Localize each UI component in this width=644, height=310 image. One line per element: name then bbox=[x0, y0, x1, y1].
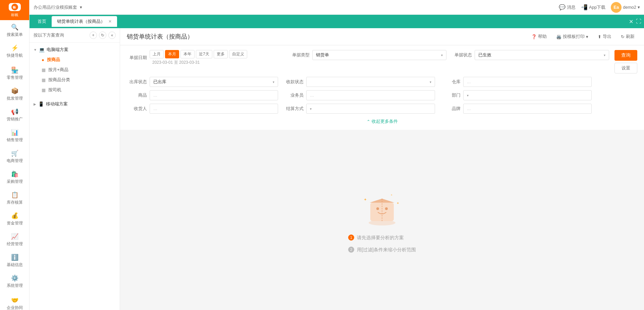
tree-item-by-cashier[interactable]: ▦ 按司机 bbox=[30, 85, 120, 95]
date-btn-custom[interactable]: 自定义 bbox=[229, 50, 247, 58]
help-btn[interactable]: ❓ 帮助 bbox=[529, 32, 549, 41]
sales-report-tab-label: 销货单统计表（按商品） bbox=[57, 18, 105, 24]
salesperson-dots-icon: … bbox=[310, 93, 314, 98]
department-label: 部门 bbox=[440, 92, 461, 98]
payment-method-label: 结算方式 bbox=[283, 106, 304, 112]
industry-arrow[interactable]: ▾ bbox=[80, 5, 82, 10]
sidebar-item-label: 销售管理 bbox=[7, 137, 23, 143]
sidebar-item-search[interactable]: 🔍 搜索菜单 bbox=[0, 20, 29, 41]
date-filter-field: 单据日期 上月 本月 本年 近7天 更多 自定义 2023-03-01 至 20… bbox=[127, 50, 284, 65]
doc-type-input[interactable]: 销货单 ▾ bbox=[312, 50, 447, 60]
message-icon: 💬 bbox=[559, 4, 566, 10]
sidebar-item-quick-nav[interactable]: ⚡ 快捷导航 bbox=[0, 41, 29, 62]
topbar: 办公用品行业模拟账套 ▾ 💬 消息 📲 App下载 Ea demo2 ▾ bbox=[30, 0, 644, 15]
storage-input[interactable]: … bbox=[463, 77, 592, 87]
operation-icon: 📈 bbox=[11, 233, 18, 240]
by-category-icon: ▦ bbox=[42, 78, 46, 83]
sidebar-item-inventory[interactable]: 📋 库存核算 bbox=[0, 188, 29, 209]
refresh-scheme-btn[interactable]: ↻ bbox=[99, 32, 106, 39]
tab-home[interactable]: 首页 bbox=[32, 16, 52, 27]
brand-filter-field: 品牌 … bbox=[440, 104, 592, 114]
sidebar-item-finance[interactable]: 💰 资金管理 bbox=[0, 209, 29, 229]
svg-text:✦: ✦ bbox=[364, 197, 367, 202]
sidebar-item-label: 搜索菜单 bbox=[7, 32, 23, 38]
refresh-btn[interactable]: ↻ 刷新 bbox=[618, 32, 637, 41]
sidebar-item-basic[interactable]: ℹ️ 基础信息 bbox=[0, 250, 29, 271]
warehouse-input[interactable]: 已出库 ▾ bbox=[150, 77, 278, 87]
department-input[interactable]: ▾ bbox=[463, 90, 592, 100]
by-product-label: 按商品 bbox=[47, 57, 60, 63]
setting-button[interactable]: 设置 bbox=[614, 63, 637, 73]
svg-text:畅: 畅 bbox=[13, 6, 16, 9]
date-btn-more[interactable]: 更多 bbox=[214, 50, 228, 58]
sidebar-item-retail[interactable]: 🏪 零售管理 bbox=[0, 63, 29, 84]
message-btn[interactable]: 💬 消息 bbox=[559, 4, 576, 10]
collapse-panel-btn[interactable]: « bbox=[108, 32, 116, 39]
tree-item-by-month-product[interactable]: ▦ 按月+商品 bbox=[30, 65, 120, 75]
sidebar-item-marketing[interactable]: 📢 营销推广 bbox=[0, 105, 29, 125]
finance-icon: 💰 bbox=[11, 212, 18, 219]
wholesale-icon: 📦 bbox=[11, 87, 18, 95]
tab-sales-report[interactable]: 销货单统计表（按商品） ✕ bbox=[52, 16, 117, 27]
tree-item-by-category[interactable]: ▦ 按商品分类 bbox=[30, 75, 120, 85]
page-header: 销货单统计表（按商品） ❓ 帮助 🖨️ 按模板打印 ▾ ⬆ 导出 bbox=[120, 28, 644, 45]
warehouse-filter-field: 出库状态 已出库 ▾ bbox=[127, 77, 278, 87]
payment-method-input[interactable]: ▾ bbox=[306, 104, 435, 114]
print-btn[interactable]: 🖨️ 按模板打印 ▾ bbox=[553, 32, 591, 41]
brand-input[interactable]: … bbox=[463, 104, 592, 114]
tree-item-by-product[interactable]: ● 按商品 bbox=[30, 55, 120, 65]
consignee-input[interactable]: … bbox=[150, 104, 278, 114]
sidebar-item-label: 采购管理 bbox=[7, 179, 23, 185]
export-btn[interactable]: ⬆ 导出 bbox=[595, 32, 614, 41]
filter-section: 单据日期 上月 本月 本年 近7天 更多 自定义 2023-03-01 至 20… bbox=[120, 45, 644, 130]
warehouse-arrow-icon: ▾ bbox=[273, 80, 274, 84]
salesperson-input[interactable]: … bbox=[306, 90, 435, 100]
salesperson-label: 业务员 bbox=[283, 92, 304, 98]
help-label: 帮助 bbox=[538, 34, 547, 40]
date-btn-last-month[interactable]: 上月 bbox=[150, 50, 164, 58]
tip2-text: 用[过滤]条件来缩小分析范围 bbox=[357, 245, 416, 254]
sidebar-item-wholesale[interactable]: 📦 批发管理 bbox=[0, 84, 29, 105]
sidebar-item-enterprise[interactable]: 🤝 企业协同 bbox=[0, 293, 29, 310]
tree-parent-mobile[interactable]: ▶ 📱 移动端方案 bbox=[30, 99, 120, 109]
sidebar-item-sales[interactable]: 📊 销售管理 bbox=[0, 125, 29, 146]
refresh-label: 刷新 bbox=[626, 34, 635, 40]
date-btn-last-7-days[interactable]: 近7天 bbox=[196, 50, 212, 58]
filter-collapse-btn[interactable]: ⌃ 收起更多条件 bbox=[127, 116, 637, 125]
tab-close-icon[interactable]: ✕ bbox=[108, 19, 112, 24]
page-header-actions: ❓ 帮助 🖨️ 按模板打印 ▾ ⬆ 导出 ↻ 刷新 bbox=[529, 32, 637, 41]
sidebar-item-system[interactable]: ⚙️ 系统管理 bbox=[0, 271, 29, 292]
mobile-icon: 📱 bbox=[38, 101, 44, 107]
tab-close-all-icon[interactable]: ✕ bbox=[629, 18, 633, 25]
tabbar: 首页 销货单统计表（按商品） ✕ ✕ ⛶ bbox=[30, 15, 644, 28]
app-download-btn[interactable]: 📲 App下载 bbox=[581, 4, 605, 10]
sidebar-item-purchase[interactable]: 🛍️ 采购管理 bbox=[0, 167, 29, 188]
mobile-label: 移动端方案 bbox=[46, 101, 68, 107]
doc-status-input[interactable]: 已生效 ▾ bbox=[475, 50, 609, 60]
by-month-product-icon: ▦ bbox=[42, 67, 46, 72]
user-profile[interactable]: Ea demo2 ▾ bbox=[611, 2, 640, 13]
sidebar-item-operation[interactable]: 📈 经营管理 bbox=[0, 229, 29, 250]
product-filter-field: 商品 … bbox=[127, 90, 278, 100]
sidebar-item-ecommerce[interactable]: 🛒 电商管理 bbox=[0, 146, 29, 167]
by-cashier-label: 按司机 bbox=[48, 87, 61, 93]
tab-maximize-icon[interactable]: ⛶ bbox=[636, 18, 641, 24]
storage-label: 仓库 bbox=[440, 79, 461, 85]
date-btn-this-year[interactable]: 本年 bbox=[180, 50, 195, 58]
home-tab-label: 首页 bbox=[38, 18, 46, 24]
page-title: 销货单统计表（按商品） bbox=[127, 33, 193, 41]
date-btn-this-month[interactable]: 本月 bbox=[165, 50, 179, 58]
right-panel: 销货单统计表（按商品） ❓ 帮助 🖨️ 按模板打印 ▾ ⬆ 导出 bbox=[120, 28, 644, 310]
sidebar-item-label: 企业协同 bbox=[7, 305, 23, 310]
warehouse-label: 出库状态 bbox=[127, 79, 147, 85]
payment-input[interactable]: ▾ bbox=[306, 77, 435, 87]
sidebar-item-label: 电商管理 bbox=[7, 158, 23, 164]
tree-parent-desktop[interactable]: ▼ 💻 电脑端方案 bbox=[30, 45, 120, 55]
product-input[interactable]: … bbox=[150, 90, 278, 100]
main-area: 办公用品行业模拟账套 ▾ 💬 消息 📲 App下载 Ea demo2 ▾ 首 bbox=[30, 0, 644, 310]
user-name: demo2 bbox=[623, 5, 636, 10]
query-button[interactable]: 查询 bbox=[614, 50, 637, 61]
add-scheme-btn[interactable]: + bbox=[90, 32, 97, 39]
doc-status-arrow-icon: ▾ bbox=[604, 53, 605, 57]
warehouse-value: 已出库 bbox=[153, 79, 166, 85]
